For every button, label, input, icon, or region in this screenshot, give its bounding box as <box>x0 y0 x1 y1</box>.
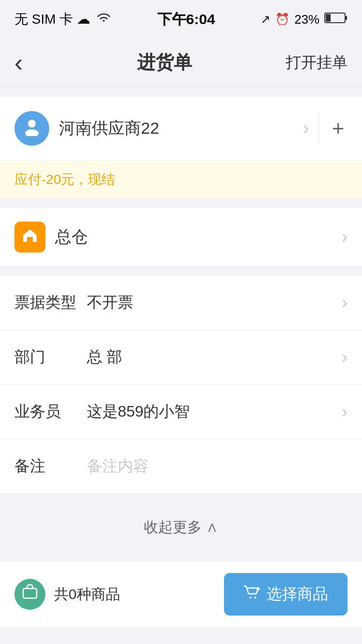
status-bar: 无 SIM 卡 ☁ 下午6:04 ↗ ⏰ 23% <box>0 0 362 39</box>
product-count: 共0种商品 <box>14 579 120 610</box>
location-icon: ↗ <box>261 13 270 26</box>
status-left: 无 SIM 卡 ☁ <box>14 10 111 28</box>
salesperson-label: 业务员 <box>14 401 77 422</box>
svg-point-7 <box>254 597 256 599</box>
avatar-icon <box>22 117 42 140</box>
form-section: 票据类型 不开票 › 部门 总 部 › 业务员 这是859的小智 › 备注 备注… <box>0 276 362 493</box>
page-title: 进货单 <box>137 50 192 75</box>
remark-label: 备注 <box>14 456 77 477</box>
product-count-text: 共0种商品 <box>54 585 120 604</box>
supplier-row: 河南供应商22 › + <box>0 97 362 161</box>
department-value: 总 部 <box>77 347 337 368</box>
department-label: 部门 <box>14 347 77 368</box>
gray-fill <box>0 627 362 644</box>
warehouse-icon-wrap <box>14 222 45 252</box>
no-sim-label: 无 SIM 卡 ☁ <box>14 10 90 28</box>
status-right: ↗ ⏰ 23% <box>261 12 348 28</box>
bottom-bar: 共0种商品 选择商品 <box>0 561 362 627</box>
supplier-name[interactable]: 河南供应商22 <box>59 117 298 140</box>
alarm-icon: ⏰ <box>275 13 290 26</box>
content: 河南供应商22 › + 应付-20元，现结 总仓 › 票据类型 不开票 <box>0 97 362 644</box>
product-icon-wrap <box>14 579 45 610</box>
invoice-type-value: 不开票 <box>77 292 337 313</box>
collapse-button[interactable]: 收起更多 ∧ <box>0 503 362 552</box>
wifi-icon <box>96 12 111 27</box>
invoice-type-chevron-icon: › <box>342 293 348 313</box>
warehouse-chevron-icon: › <box>342 227 348 247</box>
warehouse-section[interactable]: 总仓 › <box>0 208 362 266</box>
svg-rect-5 <box>23 588 37 598</box>
svg-point-4 <box>25 129 39 136</box>
invoice-type-label: 票据类型 <box>14 292 77 313</box>
add-button[interactable]: + <box>319 114 348 143</box>
supplier-section: 河南供应商22 › + 应付-20元，现结 <box>0 97 362 198</box>
invoice-type-row[interactable]: 票据类型 不开票 › <box>0 276 362 330</box>
remark-row[interactable]: 备注 备注内容 <box>0 439 362 493</box>
salesperson-chevron-icon: › <box>342 402 348 422</box>
nav-bar: ‹ 进货单 打开挂单 <box>0 39 362 87</box>
salesperson-value: 这是859的小智 <box>77 401 337 422</box>
salesperson-row[interactable]: 业务员 这是859的小智 › <box>0 385 362 439</box>
department-chevron-icon: › <box>342 347 348 367</box>
supplier-chevron-icon: › <box>303 118 309 139</box>
department-row[interactable]: 部门 总 部 › <box>0 330 362 385</box>
warehouse-name: 总仓 <box>55 226 337 248</box>
battery-label: 23% <box>294 12 320 27</box>
svg-rect-2 <box>326 14 331 22</box>
svg-point-6 <box>250 597 251 599</box>
select-product-button[interactable]: 选择商品 <box>224 573 348 616</box>
notice-text: 应付-20元，现结 <box>14 172 115 187</box>
select-cart-icon <box>243 585 261 603</box>
back-button[interactable]: ‹ <box>14 48 43 77</box>
supplier-avatar <box>14 111 49 146</box>
collapse-label: 收起更多 ∧ <box>144 519 218 535</box>
time-display: 下午6:04 <box>157 10 215 29</box>
product-icon <box>21 584 39 605</box>
select-product-label: 选择商品 <box>266 584 328 605</box>
battery-icon <box>324 12 348 28</box>
warehouse-row[interactable]: 总仓 › <box>0 208 362 266</box>
warehouse-icon <box>21 226 39 248</box>
svg-point-3 <box>28 120 36 127</box>
remark-input[interactable]: 备注内容 <box>77 456 348 477</box>
notice-bar: 应付-20元，现结 <box>0 161 362 198</box>
open-pending-button[interactable]: 打开挂单 <box>286 52 348 73</box>
svg-rect-1 <box>345 16 347 20</box>
